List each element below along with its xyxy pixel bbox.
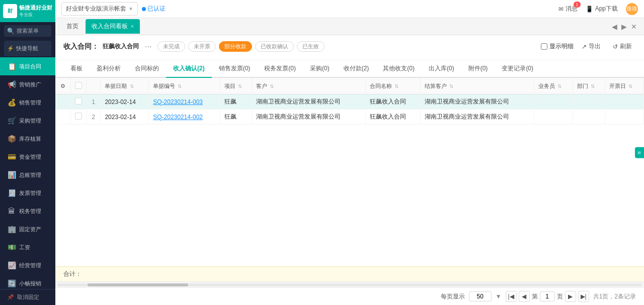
th-department[interactable]: 部门 ⇅ — [573, 78, 605, 94]
message-button[interactable]: ✉ 消息 1 — [558, 5, 578, 13]
user-avatar[interactable]: 珠珠 — [626, 3, 638, 15]
next-page-btn[interactable]: ▶ — [565, 291, 576, 302]
tab-close-icon[interactable]: × — [131, 24, 134, 29]
row-check-1[interactable] — [75, 113, 82, 120]
certified-text: 已认证 — [147, 5, 166, 13]
sort-icon: ⇅ — [238, 83, 242, 89]
topbar: 好业财专业版演示帐套 ▼ 已认证 ✉ 消息 1 📱 App下载 珠珠 — [55, 0, 644, 18]
sub-tab-2[interactable]: 合同标的 — [128, 60, 166, 78]
th-settlement-customer[interactable]: 结算客户 ⇅ — [421, 78, 534, 94]
table-body: 1 2023-02-14 SQ-20230214-003 狂飙 湖南卫视商业运营… — [55, 94, 644, 125]
sub-tab-1[interactable]: 盈利分析 — [90, 60, 128, 78]
status-incomplete-btn[interactable]: 未完成 — [157, 41, 185, 52]
row-date-0: 2023-02-14 — [101, 94, 149, 110]
header-checkbox[interactable] — [75, 82, 82, 89]
sub-tab-8[interactable]: 其他收支(0) — [376, 60, 422, 78]
sidebar-item-12[interactable]: 🔄小畅报销 — [0, 274, 55, 289]
sidebar-item-5[interactable]: 💳资金管理 — [0, 148, 55, 166]
page-number-input[interactable]: 1 — [540, 291, 555, 301]
sub-tab-3[interactable]: 收入确认(2) — [166, 60, 212, 78]
th-customer[interactable]: 客户 ⇅ — [252, 78, 366, 94]
sidebar-item-10[interactable]: 💵工资 — [0, 238, 55, 256]
show-detail-input[interactable] — [541, 43, 547, 50]
sub-tab-10[interactable]: 附件(0) — [461, 60, 495, 78]
app-logo[interactable]: 财 畅捷通好业财 专业版 — [0, 0, 55, 22]
right-edge-button[interactable]: ≡ — [635, 147, 644, 158]
sub-tab-5[interactable]: 税务发票(0) — [257, 60, 303, 78]
status-partial-btn[interactable]: 部分收款 — [219, 41, 252, 52]
sidebar-item-2[interactable]: 💰销售管理 — [0, 93, 55, 112]
sidebar-item-8[interactable]: 🏛税务管理 — [0, 202, 55, 220]
th-contract-name[interactable]: 合同名称 ⇅ — [366, 78, 421, 94]
th-checkbox[interactable] — [70, 78, 86, 94]
sub-tab-7[interactable]: 收付款(2) — [337, 60, 376, 78]
more-options-button[interactable]: ··· — [143, 42, 153, 51]
nav-label-2: 销售管理 — [19, 99, 41, 107]
logo-sub-text: 专业版 — [19, 12, 52, 18]
table-container[interactable]: ⚙ 单据日期 ⇅ 单据编号 ⇅ 项目 ⇅ 客户 ⇅ 合同名称 ⇅ 结算客户 ⇅ … — [55, 78, 644, 266]
sort-icon: ⇅ — [628, 83, 632, 89]
sidebar-item-7[interactable]: 🧾发票管理 — [0, 184, 55, 202]
sub-tab-11[interactable]: 变更记录(0) — [495, 60, 540, 78]
next-window-icon[interactable]: ▶ — [620, 22, 628, 32]
tab-contract-board[interactable]: 收入合同看板 × — [86, 19, 140, 34]
sub-tab-4[interactable]: 销售发票(0) — [212, 60, 258, 78]
nav-label-12: 小畅报销 — [19, 280, 41, 287]
status-confirmed-btn[interactable]: 已收款确认 — [255, 41, 294, 52]
row-checkbox-1[interactable] — [70, 110, 86, 125]
pin-button[interactable]: 📌 取消固定 — [0, 289, 55, 305]
row-checkbox-0[interactable] — [70, 94, 86, 110]
first-page-btn[interactable]: |◀ — [506, 291, 517, 302]
status-effective-btn[interactable]: 已生效 — [297, 41, 325, 52]
row-check-0[interactable] — [75, 97, 82, 105]
topbar-right: ✉ 消息 1 📱 App下载 珠珠 — [558, 3, 638, 15]
row-code-1[interactable]: SQ-20230214-002 — [149, 110, 220, 125]
status-uninvoiced-btn[interactable]: 未开票 — [188, 41, 216, 52]
sub-tab-6[interactable]: 采购(0) — [303, 60, 337, 78]
th-salesman[interactable]: 业务员 ⇅ — [534, 78, 573, 94]
row-project-1: 狂飙 — [220, 110, 252, 125]
sort-icon: ⇅ — [270, 83, 274, 89]
app-download-button[interactable]: 📱 App下载 — [586, 5, 618, 13]
last-page-btn[interactable]: ▶| — [578, 291, 589, 302]
sidebar-item-0[interactable]: 📋项目合同 — [0, 57, 55, 75]
sidebar-item-9[interactable]: 🏢固定资产 — [0, 220, 55, 238]
th-project[interactable]: 项目 ⇅ — [220, 78, 252, 94]
per-page-input[interactable]: 50 — [469, 291, 492, 301]
table-row[interactable]: 2 2023-02-14 SQ-20230214-002 狂飙 湖南卫视商业运营… — [55, 110, 644, 125]
nav-icon-12: 🔄 — [7, 279, 16, 287]
content-title-row: 收入合同： 狂飙收入合同 ··· 未完成 未开票 部分收款 已收款确认 已生效 … — [63, 40, 636, 53]
scrollbar-thumb[interactable] — [88, 283, 188, 286]
th-settings[interactable]: ⚙ — [55, 78, 70, 94]
sidebar-item-6[interactable]: 📊总账管理 — [0, 166, 55, 184]
row-settings-1[interactable] — [55, 110, 70, 125]
show-detail-checkbox[interactable]: 显示明细 — [541, 42, 574, 51]
th-code[interactable]: 单据编号 ⇅ — [149, 78, 220, 94]
horizontal-scrollbar[interactable] — [55, 281, 644, 287]
pagination: 每页显示 50 ▼ |◀ ◀ 第 1 页 ▶ ▶| 共1页，2条记录 — [55, 287, 644, 305]
sidebar-item-4[interactable]: 📦库存核算 — [0, 130, 55, 148]
sidebar-item-11[interactable]: 📈经营管理 — [0, 256, 55, 274]
company-name: 好业财专业版演示帐套 — [66, 5, 126, 13]
sub-tab-0[interactable]: 看板 — [63, 60, 90, 78]
th-date[interactable]: 单据日期 ⇅ — [101, 78, 149, 94]
company-selector[interactable]: 好业财专业版演示帐套 ▼ — [61, 2, 138, 16]
refresh-button[interactable]: ↺ 刷新 — [609, 40, 636, 53]
quick-nav[interactable]: ⚡ 快捷导航 — [4, 41, 51, 56]
th-open-date[interactable]: 开票日 ⇅ — [605, 78, 643, 94]
tab-home[interactable]: 首页 — [61, 19, 84, 34]
nav-label-10: 工资 — [19, 244, 30, 251]
prev-window-icon[interactable]: ◀ — [611, 22, 618, 32]
nav-icon-5: 💳 — [7, 153, 16, 161]
search-menu[interactable]: 🔍 搜索菜单 — [4, 25, 51, 37]
row-settings-0[interactable] — [55, 94, 70, 110]
dropdown-icon[interactable]: ▼ — [496, 293, 502, 300]
sidebar-item-1[interactable]: 📢营销推广 — [0, 75, 55, 93]
table-row[interactable]: 1 2023-02-14 SQ-20230214-003 狂飙 湖南卫视商业运营… — [55, 94, 644, 110]
close-window-icon[interactable]: ✕ — [630, 22, 638, 32]
row-code-0[interactable]: SQ-20230214-003 — [149, 94, 220, 110]
sub-tab-9[interactable]: 出入库(0) — [422, 60, 461, 78]
export-button[interactable]: ↗ 导出 — [578, 40, 605, 53]
prev-page-btn[interactable]: ◀ — [519, 291, 530, 302]
sidebar-item-3[interactable]: 🛒采购管理 — [0, 112, 55, 130]
